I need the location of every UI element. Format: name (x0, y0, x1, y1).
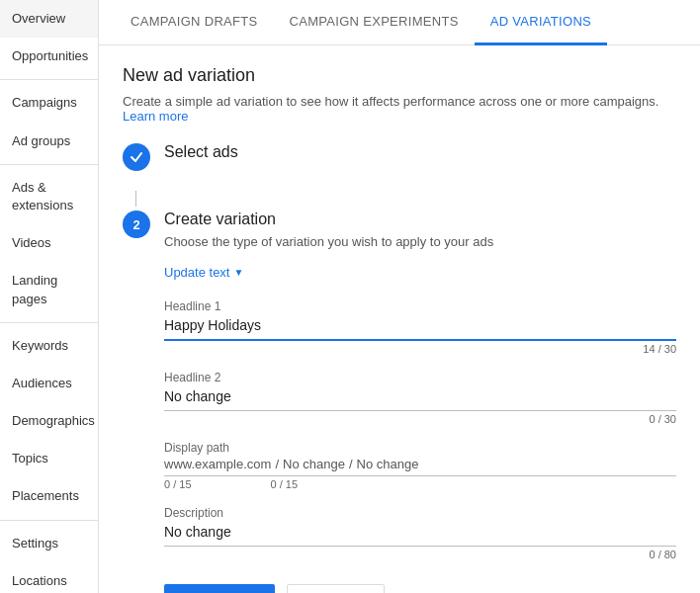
headline1-counter: 14 / 30 (164, 343, 676, 355)
display-counter1: 0 / 15 (164, 478, 192, 490)
headline2-counter: 0 / 30 (164, 413, 676, 425)
sidebar-divider (0, 520, 98, 521)
sidebar-item-videos[interactable]: Videos (0, 224, 98, 262)
step-2-subtitle: Choose the type of variation you wish to… (164, 234, 676, 249)
description-label: Description (164, 506, 676, 520)
display-path-row: www.example.com / No change / No change (164, 457, 676, 471)
headline1-section: Headline 1 Happy Holidays 14 / 30 (164, 299, 676, 355)
sidebar-item-ad-groups[interactable]: Ad groups (0, 123, 98, 160)
step-1-indicator (123, 143, 150, 171)
action-buttons: CONTINUE CANCEL (164, 584, 676, 593)
display-domain: www.example.com (164, 457, 271, 471)
chevron-down-icon: ▼ (234, 267, 244, 278)
sidebar-divider (0, 164, 98, 165)
description-counter: 0 / 80 (164, 549, 676, 560)
update-text-dropdown[interactable]: Update text ▼ (164, 261, 243, 284)
tab-ad-variations[interactable]: AD Variations (475, 0, 607, 45)
sidebar-item-demographics[interactable]: Demographics (0, 402, 98, 440)
cancel-button[interactable]: CANCEL (287, 584, 385, 593)
description-section: Description No change 0 / 80 (164, 506, 676, 560)
sidebar-item-topics[interactable]: Topics (0, 440, 98, 477)
step-2: 2 Create variation Choose the type of va… (123, 211, 676, 593)
description-underline (164, 546, 676, 547)
display-path-underline (164, 475, 676, 476)
headline2-value[interactable]: No change (164, 386, 676, 406)
tab-campaign-drafts[interactable]: Campaign Drafts (115, 0, 274, 45)
sidebar-item-opportunities[interactable]: Opportunities (0, 38, 98, 75)
sidebar-item-settings[interactable]: Settings (0, 525, 98, 562)
learn-more-link[interactable]: Learn more (123, 109, 188, 124)
page-description: Create a simple ad variation to see how … (123, 94, 676, 124)
sidebar-item-campaigns[interactable]: Campaigns (0, 84, 98, 122)
main-panel: Campaign Drafts Campaign Experiments AD … (99, 0, 700, 593)
sidebar-item-overview[interactable]: Overview (0, 0, 98, 38)
display-path-section: Display path www.example.com / No change… (164, 441, 676, 490)
display-path-label: Display path (164, 441, 676, 455)
step-2-indicator: 2 (123, 211, 150, 238)
sidebar-item-landing-pages[interactable]: Landing pages (0, 262, 98, 317)
headline1-label: Headline 1 (164, 299, 676, 313)
headline2-label: Headline 2 (164, 371, 676, 384)
description-value[interactable]: No change (164, 522, 676, 542)
sidebar: OverviewOpportunitiesCampaignsAd groupsA… (0, 0, 99, 593)
step-1-title: Select ads (164, 143, 676, 161)
display-slash-2: / (349, 457, 353, 471)
display-path2-value[interactable]: No change (357, 457, 419, 471)
step-2-title: Create variation (164, 211, 676, 228)
headline2-underline (164, 410, 676, 411)
tab-campaign-experiments[interactable]: Campaign Experiments (274, 0, 475, 45)
headline1-value[interactable]: Happy Holidays (164, 315, 676, 335)
headline1-underline (164, 339, 676, 341)
sidebar-item-ads-extensions[interactable]: Ads & extensions (0, 169, 98, 224)
continue-button[interactable]: CONTINUE (164, 584, 275, 593)
sidebar-divider (0, 79, 98, 80)
step-1: Select ads (123, 143, 676, 171)
sidebar-item-locations[interactable]: Locations (0, 562, 98, 593)
display-slash-1: / (275, 457, 279, 471)
sidebar-item-audiences[interactable]: Audiences (0, 365, 98, 402)
checkmark-icon (130, 150, 143, 164)
sidebar-item-keywords[interactable]: Keywords (0, 327, 98, 365)
tab-bar: Campaign Drafts Campaign Experiments AD … (99, 0, 700, 45)
display-path1-value[interactable]: No change (283, 457, 345, 471)
step-1-content: Select ads (164, 143, 676, 167)
step-2-content: Create variation Choose the type of vari… (164, 211, 676, 593)
display-counter2: 0 / 15 (271, 478, 299, 490)
step-connector (135, 191, 136, 207)
headline2-section: Headline 2 No change 0 / 30 (164, 371, 676, 425)
content-area: New ad variation Create a simple ad vari… (99, 45, 700, 593)
sidebar-divider (0, 322, 98, 323)
sidebar-item-placements[interactable]: Placements (0, 477, 98, 515)
page-title: New ad variation (123, 65, 676, 86)
